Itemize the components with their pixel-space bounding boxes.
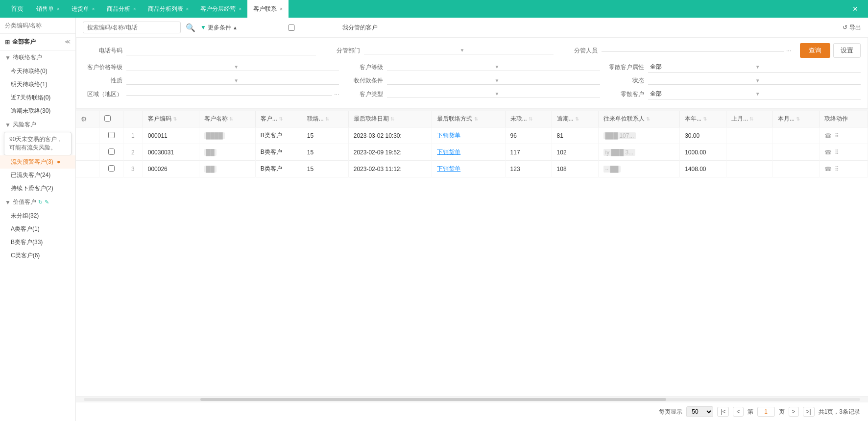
scrollbar-track[interactable] <box>84 398 860 401</box>
row3-checkbox[interactable] <box>99 161 123 177</box>
sidebar-item-churned[interactable]: 已流失客户(24) <box>0 169 75 182</box>
search-input[interactable] <box>83 22 181 33</box>
nav-tab-sales[interactable]: 销售单 × <box>30 0 66 18</box>
row2-checkbox[interactable] <box>99 144 123 161</box>
more-conditions-toggle[interactable]: ▼ 更多条件 ▲ <box>200 24 238 32</box>
sidebar-item-churn-warning[interactable]: 流失预警客户(3) ● <box>0 155 75 169</box>
settings-gear-icon[interactable]: ⚙ <box>81 115 87 123</box>
col-type[interactable]: 客户... ⇅ <box>255 111 302 127</box>
sidebar-group-value[interactable]: ▼ 价值客户 ↻ ✎ <box>0 195 75 209</box>
zero-customer-select[interactable]: 全部 ▼ <box>648 89 861 99</box>
col-contact[interactable]: 联络... ⇅ <box>302 111 348 127</box>
row3-method-link[interactable]: 下销货单 <box>437 165 460 172</box>
row3-last-method[interactable]: 下销货单 <box>432 161 505 177</box>
row2-select[interactable] <box>108 149 115 155</box>
phone-input[interactable] <box>126 46 316 55</box>
col-uncontacted[interactable]: 未联... ⇅ <box>505 111 552 127</box>
manager-select[interactable] <box>602 50 784 52</box>
close-analysis-list-tab[interactable]: × <box>186 6 189 12</box>
edit-icon[interactable]: ✎ <box>45 199 49 205</box>
sidebar-item-declining[interactable]: 持续下滑客户(2) <box>0 182 75 195</box>
dots-icon[interactable]: ··· <box>786 47 791 54</box>
row3-select[interactable] <box>108 165 115 172</box>
chevron-down-zero-attr-icon: ▼ <box>755 64 859 70</box>
page-input[interactable] <box>757 407 775 417</box>
col-unit-contact[interactable]: 往来单位联系人 ⇅ <box>598 111 680 127</box>
col-settings[interactable]: ⚙ <box>76 111 99 127</box>
sidebar-item-class-b[interactable]: B类客户(33) <box>0 236 75 249</box>
col-last-method[interactable]: 最后联络方式 ⇅ <box>432 111 505 127</box>
close-customer-contact-tab[interactable]: × <box>280 6 283 12</box>
sidebar-item-ungrouped[interactable]: 未分组(32) <box>0 209 75 223</box>
status-select[interactable]: ▼ <box>648 77 861 85</box>
zero-attr-select[interactable]: 全部 ▼ <box>648 62 861 73</box>
sidebar-item-class-c[interactable]: C类客户(6) <box>0 249 75 262</box>
nav-tab-customer-layer[interactable]: 客户分层经营 × <box>194 0 247 18</box>
col-this-month[interactable]: 本月... ⇅ <box>773 111 820 127</box>
nature-select[interactable]: ▼ <box>126 77 339 85</box>
horizontal-scrollbar[interactable] <box>76 396 868 402</box>
row1-last-method[interactable]: 下销货单 <box>432 127 505 144</box>
row2-contact-icon[interactable]: ☎ <box>824 149 832 156</box>
payment-select[interactable]: ▼ <box>387 77 600 85</box>
my-customers-checkbox-label[interactable]: 我分管的客户 <box>242 24 378 32</box>
row1-method-link[interactable]: 下销货单 <box>437 132 460 139</box>
close-purchase-tab[interactable]: × <box>92 6 95 12</box>
refresh-icon[interactable]: ↻ <box>38 199 43 205</box>
next-page-button[interactable]: > <box>789 407 799 417</box>
dots-region-icon[interactable]: ··· <box>334 91 339 98</box>
customer-type-select[interactable]: ▼ <box>387 90 600 98</box>
first-page-button[interactable]: |< <box>717 407 729 417</box>
col-name[interactable]: 客户名称 ⇅ <box>199 111 255 127</box>
close-analysis-tab[interactable]: × <box>133 6 136 12</box>
col-last-month[interactable]: 上月... ⇅ <box>726 111 773 127</box>
sidebar-search-input[interactable] <box>5 22 76 29</box>
prev-page-button[interactable]: < <box>733 407 743 417</box>
row3-more-icon[interactable]: ⠿ <box>835 166 839 173</box>
scrollbar-thumb[interactable] <box>200 398 666 401</box>
search-button[interactable]: 🔍 <box>186 23 195 32</box>
nav-tab-purchase[interactable]: 进货单 × <box>66 0 101 18</box>
level-select[interactable]: ▼ <box>387 63 600 71</box>
sidebar-all-customers[interactable]: ⊞ 全部客户 ≪ <box>0 34 75 50</box>
window-close-button[interactable]: ✕ <box>846 5 864 13</box>
export-button[interactable]: ↺ 导出 <box>843 24 861 32</box>
collapse-icon[interactable]: ≪ <box>65 39 71 45</box>
row2-last-method[interactable]: 下销货单 <box>432 144 505 161</box>
nav-home[interactable]: 首页 <box>4 0 30 18</box>
close-customer-layer-tab[interactable]: × <box>239 6 241 12</box>
col-overdue[interactable]: 逾期... ⇅ <box>552 111 598 127</box>
col-this-year[interactable]: 本年... ⇅ <box>680 111 726 127</box>
col-code[interactable]: 客户编码 ⇅ <box>143 111 199 127</box>
select-all-checkbox[interactable] <box>104 115 111 122</box>
dept-select[interactable]: ▼ <box>364 47 554 54</box>
nav-tab-analysis-list[interactable]: 商品分析列表 × <box>142 0 195 18</box>
row1-select[interactable] <box>108 132 115 138</box>
sidebar-item-today[interactable]: 今天待联络(0) <box>0 65 75 78</box>
col-last-date[interactable]: 最后联络日期 ⇅ <box>348 111 432 127</box>
col-checkbox[interactable] <box>99 111 123 127</box>
row1-contact-icon[interactable]: ☎ <box>824 132 832 139</box>
sidebar-item-overdue[interactable]: 逾期未联络(30) <box>0 104 75 118</box>
query-button[interactable]: 查询 <box>800 43 830 58</box>
my-customers-checkbox[interactable] <box>242 25 340 31</box>
sidebar-item-7days[interactable]: 近7天待联络(0) <box>0 91 75 104</box>
row2-method-link[interactable]: 下销货单 <box>437 149 460 155</box>
last-page-button[interactable]: >| <box>803 407 815 417</box>
sidebar-item-tomorrow[interactable]: 明天待联络(1) <box>0 78 75 91</box>
row3-contact-icon[interactable]: ☎ <box>824 166 832 173</box>
sidebar-group-risk[interactable]: ▼ 风险客户 <box>0 118 75 132</box>
price-level-select[interactable]: ▼ <box>126 63 339 71</box>
row1-checkbox[interactable] <box>99 127 123 144</box>
row2-more-icon[interactable]: ⠿ <box>835 149 839 156</box>
per-page-select[interactable]: 50 100 <box>686 406 713 417</box>
nav-tab-analysis[interactable]: 商品分析 × <box>101 0 142 18</box>
chevron-down-dept-icon: ▼ <box>460 48 552 53</box>
row1-more-icon[interactable]: ⠿ <box>835 132 839 139</box>
sidebar-item-class-a[interactable]: A类客户(1) <box>0 223 75 236</box>
sidebar-group-pending[interactable]: ▼ 待联络客户 <box>0 50 75 65</box>
close-sales-tab[interactable]: × <box>57 6 60 12</box>
region-select[interactable] <box>126 93 332 96</box>
nav-tab-customer-contact[interactable]: 客户联系 × <box>247 0 289 18</box>
settings-button[interactable]: 设置 <box>833 43 861 58</box>
